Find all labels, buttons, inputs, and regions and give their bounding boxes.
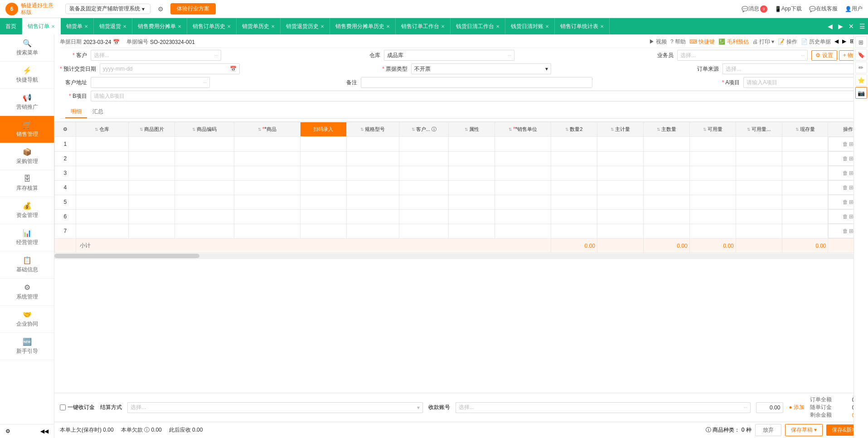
th-main-unit[interactable]: ⇅主计量 [597, 122, 643, 137]
address-ellipsis[interactable]: ··· [203, 80, 206, 85]
delivery-date-input[interactable]: yyyy-mm-dd 📅 [100, 63, 240, 74]
video-btn[interactable]: ▶ 视频 [649, 38, 667, 46]
delete-icon[interactable]: 🗑 [843, 199, 848, 205]
tab-order-workbench[interactable]: 销售订单工作台 ✕ [396, 18, 451, 34]
sidebar-item-marketing[interactable]: 📢 营销推广 [0, 89, 54, 116]
sidebar-item-basic-info[interactable]: 📋 基础信息 [0, 251, 54, 279]
rp-icon-5[interactable]: 📷 [855, 87, 867, 99]
th-attr[interactable]: ⇅属性 [449, 122, 495, 137]
note-input[interactable] [361, 77, 593, 88]
copy-icon[interactable]: ⊞ [849, 228, 853, 234]
one-click-checkbox[interactable] [60, 404, 66, 410]
delete-icon[interactable]: 🗑 [843, 213, 848, 220]
history-btn[interactable]: 📄 历史单据 [801, 38, 831, 46]
nav-next-arrow[interactable]: ▶ [835, 23, 846, 30]
operation-btn[interactable]: 📝 操作 [778, 38, 797, 46]
close-icon[interactable]: ✕ [227, 24, 231, 29]
sidebar-item-finance[interactable]: 💰 资金管理 [0, 197, 54, 224]
sidebar-item-system[interactable]: ⚙ 系统管理 [0, 279, 54, 306]
one-click-checkbox-label[interactable]: 一键收订金 [60, 404, 95, 411]
tab-return-history[interactable]: 销货退货历史 ✕ [281, 18, 330, 34]
tab-order-stats[interactable]: 销售订单统计表 ✕ [555, 18, 610, 34]
th-stock[interactable]: ⇅现存量 [782, 122, 828, 137]
datepicker-icon[interactable]: 📅 [230, 66, 237, 72]
row-spec[interactable] [346, 137, 399, 152]
th-main-qty[interactable]: ⇅主数量 [643, 122, 689, 137]
salesperson-input[interactable]: 选择... ··· [677, 50, 808, 61]
b-project-input[interactable]: 请输入B项目 [91, 91, 863, 101]
profit-btn[interactable]: 💹 毛利预估 [718, 38, 748, 46]
row-warehouse[interactable] [76, 137, 128, 152]
tab-sales-order[interactable]: 销售订单 ✕ [22, 18, 61, 34]
copy-icon[interactable]: ⊞ [849, 170, 853, 176]
address-input[interactable]: ··· [91, 77, 210, 88]
nav-prev-arrow[interactable]: ◀ [825, 23, 835, 30]
settings-icon[interactable]: ⚙ [154, 3, 167, 15]
nav-next-form-icon[interactable]: ▶ [842, 38, 846, 46]
message-btn[interactable]: 💬 消息 9 [742, 5, 767, 13]
row-main-qty[interactable] [643, 137, 689, 152]
close-icon[interactable]: ✕ [441, 24, 445, 29]
row-customer-code[interactable] [399, 137, 449, 152]
tab-summary[interactable]: 汇总 [87, 106, 109, 118]
th-warehouse[interactable]: ⇅仓库 [76, 122, 128, 137]
close-icon[interactable]: ✕ [51, 24, 55, 29]
close-icon[interactable]: ✕ [178, 24, 181, 29]
sidebar-settings-icon[interactable]: ⚙ [5, 428, 10, 434]
discard-btn[interactable]: 放弃 [755, 424, 781, 436]
invoice-type-select[interactable]: 不开票 ▾ [411, 63, 551, 74]
sidebar-item-quick-nav[interactable]: ⚡ 快捷导航 [0, 62, 54, 89]
row-attr[interactable] [449, 137, 495, 152]
tab-sales-bill-history[interactable]: 销货单历史 ✕ [237, 18, 281, 34]
close-icon[interactable]: ✕ [123, 24, 126, 29]
rp-icon-4[interactable]: ⭐ [855, 74, 867, 86]
th-spec[interactable]: ⇅规格型号 [346, 122, 399, 137]
close-icon[interactable]: ✕ [271, 24, 275, 29]
th-settings[interactable]: ⚙ [55, 122, 76, 137]
bank-account-select[interactable]: 选择... ··· [456, 402, 751, 413]
rp-icon-3[interactable]: ✏ [855, 62, 867, 73]
sidebar-item-sales[interactable]: 🛒 销售管理 [0, 116, 54, 143]
th-available[interactable]: ⇅可用量 [689, 122, 736, 137]
user-menu[interactable]: 👤 用户 [845, 5, 863, 13]
rp-icon-2[interactable]: 🔖 [855, 49, 867, 61]
close-icon[interactable]: ✕ [496, 24, 499, 29]
row-available[interactable] [689, 137, 736, 152]
close-icon[interactable]: ✕ [84, 24, 88, 29]
tab-sales-return[interactable]: 销货退货 ✕ [94, 18, 132, 34]
delete-icon[interactable]: 🗑 [843, 141, 848, 147]
copy-icon[interactable]: ⊞ [849, 213, 853, 220]
warehouse-ellipsis[interactable]: ··· [508, 53, 511, 58]
sidebar-item-guide[interactable]: 🆕 新手引导 [0, 333, 54, 360]
row-sales-unit[interactable] [495, 137, 551, 152]
row-image[interactable] [129, 137, 175, 152]
payment-method-select[interactable]: 选择... ▾ [127, 402, 423, 413]
tab-sales-order-history[interactable]: 销售订单历史 ✕ [187, 18, 237, 34]
th-code[interactable]: ⇅商品编码 [175, 122, 234, 137]
sidebar-item-purchase[interactable]: 📦 采购管理 [0, 143, 54, 170]
customer-input[interactable]: 选择... ··· [91, 50, 221, 61]
system-selector[interactable]: 装备及固定资产辅助管理系统 ▾ [65, 4, 150, 14]
setup-btn[interactable]: ⚙ 设置 [811, 50, 837, 61]
tab-sales-fee[interactable]: 销售费用分摊单 ✕ [132, 18, 187, 34]
copy-icon[interactable]: ⊞ [849, 141, 853, 147]
sidebar-item-enterprise[interactable]: 🤝 企业协同 [0, 306, 54, 333]
sidebar-item-search[interactable]: 🔍 搜索菜单 [0, 34, 54, 62]
delete-icon[interactable]: 🗑 [843, 170, 848, 176]
tab-sales-bill[interactable]: 销货单 ✕ [61, 18, 94, 34]
th-available2[interactable]: ⇅可用量... [736, 122, 782, 137]
row-code[interactable] [175, 137, 234, 152]
save-draft-btn[interactable]: 保存草稿 ▾ [785, 424, 823, 436]
nav-close-all[interactable]: ✕ [846, 23, 857, 30]
nav-prev-form-icon[interactable]: ◀ [834, 38, 839, 46]
shortcut-btn[interactable]: ⌨ 快捷键 [689, 38, 715, 46]
sidebar-collapse-icon[interactable]: ◀◀ [40, 428, 48, 434]
copy-icon[interactable]: ⊞ [849, 199, 853, 205]
a-project-input[interactable]: 请输入A项目 [743, 77, 863, 88]
row-stock[interactable] [782, 137, 828, 152]
copy-icon[interactable]: ⊞ [849, 155, 853, 162]
horizontal-scrollbar[interactable] [54, 254, 868, 259]
salesperson-ellipsis[interactable]: ··· [801, 53, 805, 58]
close-icon[interactable]: ✕ [545, 24, 549, 29]
th-image[interactable]: ⇅商品图片 [129, 122, 175, 137]
